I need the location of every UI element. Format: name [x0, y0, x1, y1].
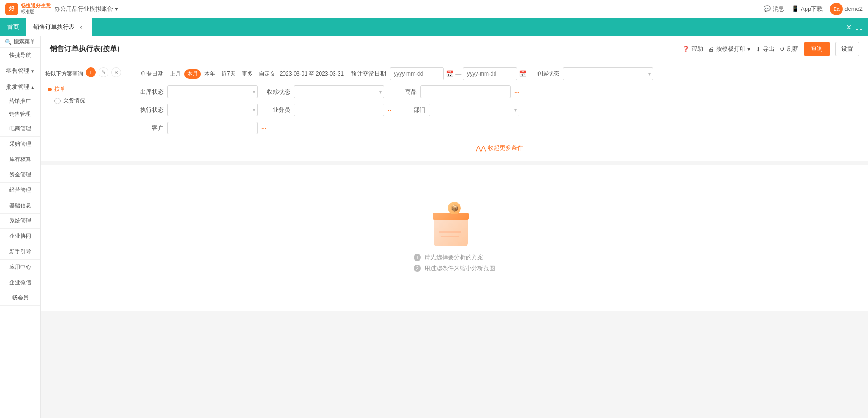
scheme-collapse-btn[interactable]: «	[111, 67, 121, 77]
sidebar-item-corp[interactable]: 企业协同	[0, 229, 40, 244]
outbound-select-wrap: ▾	[167, 86, 258, 98]
date-sep: —	[455, 71, 461, 77]
app-download-btn[interactable]: 📱 App下载	[792, 5, 823, 13]
sidebar-item-sys[interactable]: 系统管理	[0, 214, 40, 228]
help-icon: ❓	[682, 46, 689, 52]
page-actions: ❓ 帮助 🖨 按模板打印 ▾ ⬇ 导出 ↺ 刷新 查询 设置	[682, 42, 859, 56]
add-icon: +	[89, 69, 92, 76]
salesman-more-btn[interactable]: ···	[388, 107, 393, 114]
filter-right: 单据日期 上月 本月 本年 近7天 更多 自定义	[131, 62, 868, 161]
message-btn[interactable]: 💬 消息	[764, 5, 784, 13]
sidebar-item-ecom[interactable]: 电商管理	[0, 121, 40, 136]
window-close-btn[interactable]: ✕	[846, 23, 852, 32]
empty-tip-1: 1 请先选择要分析的方案	[414, 253, 495, 261]
tab-close-icon[interactable]: ×	[77, 24, 85, 31]
empty-num-2: 2	[414, 265, 421, 272]
date-tab-custom[interactable]: 自定义	[256, 69, 278, 79]
sidebar-item-purchase[interactable]: 采购管理	[0, 137, 40, 152]
cal-icon-from[interactable]: 📅	[446, 70, 453, 77]
sidebar-item-basic[interactable]: 基础信息	[0, 198, 40, 213]
search-label: 搜索菜单	[14, 38, 35, 46]
product-field: 商品 ···	[392, 86, 519, 98]
message-icon: 💬	[764, 5, 771, 12]
receipt-select[interactable]	[294, 86, 384, 98]
sidebar-sub-sales[interactable]: 销售管理	[0, 108, 40, 121]
outbound-label: 出库状态	[138, 88, 164, 96]
date-label: 单据日期	[138, 70, 164, 78]
sidebar-item-finance[interactable]: 资金管理	[0, 167, 40, 182]
scheme-add-btn[interactable]: +	[86, 67, 96, 77]
salesman-input[interactable]	[294, 104, 384, 116]
download-icon: 📱	[792, 5, 799, 12]
tab-home-label: 首页	[7, 23, 19, 31]
date-group: 上月 本月 本年 近7天 更多 自定义 2023-03-01 至 2023-03…	[167, 69, 344, 79]
collapse-icon: «	[115, 69, 118, 76]
exec-status-select[interactable]	[167, 104, 258, 116]
empty-tip-2: 2 用过滤条件来缩小分析范围	[414, 264, 495, 272]
salesman-field: 业务员 ···	[265, 104, 393, 116]
export-label: 导出	[763, 45, 774, 53]
product-input[interactable]	[420, 86, 511, 98]
sidebar-item-corpwechat[interactable]: 企业微信	[0, 275, 40, 290]
sidebar-item-biz[interactable]: 经营管理	[0, 183, 40, 198]
sidebar-quicknav-section: 快捷导航	[0, 48, 40, 63]
sidebar-item-wholesale[interactable]: 批发管理 ▴	[0, 79, 40, 95]
exec-status-label: 执行状态	[138, 106, 164, 114]
tab-sales-exec-label: 销售订单执行表	[33, 23, 75, 31]
setting-btn[interactable]: 设置	[835, 42, 859, 56]
user-menu[interactable]: Ea demo2	[830, 3, 863, 15]
outbound-field: 出库状态 ▾	[138, 86, 258, 98]
sidebar-item-quicknav[interactable]: 快捷导航	[0, 48, 40, 63]
cal-icon-to[interactable]: 📅	[519, 70, 527, 77]
sidebar-item-newbie[interactable]: 新手引导	[0, 244, 40, 259]
date-tab-this-year[interactable]: 本年	[202, 69, 218, 79]
collapse-up-icon: ⋀⋀	[476, 145, 486, 152]
sidebar-search-btn[interactable]: 🔍 搜索菜单	[0, 36, 40, 48]
sidebar-purchase-section: 采购管理	[0, 137, 40, 152]
scheme-title-text: 按以下方案查询	[45, 70, 83, 78]
app-selector-chevron: ▾	[115, 5, 118, 12]
filter-row-4: 客户 ···	[138, 122, 861, 134]
top-bar-right: 💬 消息 📱 App下载 Ea demo2	[764, 3, 863, 15]
date-tab-more[interactable]: 更多	[239, 69, 255, 79]
print-btn[interactable]: 🖨 按模板打印 ▾	[708, 45, 750, 53]
app-selector[interactable]: 办公用品行业模拟账套 ▾	[54, 5, 118, 13]
outbound-select[interactable]	[167, 86, 258, 98]
sidebar-sub-marketing[interactable]: 营销推广	[0, 95, 40, 108]
sidebar-ecom-section: 电商管理	[0, 121, 40, 137]
date-tab-this-month[interactable]: 本月	[184, 69, 201, 79]
sidebar-item-retail[interactable]: 零售管理 ▾	[0, 63, 40, 79]
date-tab-7days[interactable]: 近7天	[219, 69, 238, 79]
collapse-btn[interactable]: ⋀⋀ 收起更多条件	[476, 144, 523, 152]
filter-row-1: 单据日期 上月 本月 本年 近7天 更多 自定义	[138, 67, 861, 80]
scheme-sub-item[interactable]: 欠货情况	[45, 95, 126, 106]
member-label: 畅会员	[12, 294, 28, 302]
status-select[interactable]	[563, 67, 653, 80]
scheme-item-main[interactable]: 按单	[45, 84, 126, 95]
expected-date-to[interactable]	[463, 67, 517, 80]
scheme-sub-name: 欠货情况	[63, 97, 85, 104]
expected-date-from[interactable]	[390, 67, 444, 80]
customer-more-btn[interactable]: ···	[261, 125, 266, 132]
window-maximize-btn[interactable]: ⛶	[855, 23, 863, 31]
sidebar-item-appcenter[interactable]: 应用中心	[0, 260, 40, 275]
sidebar-item-inventory[interactable]: 库存核算	[0, 152, 40, 167]
refresh-btn[interactable]: ↺ 刷新	[780, 45, 798, 53]
tab-home[interactable]: 首页	[0, 18, 26, 36]
dept-select[interactable]	[429, 104, 519, 116]
sidebar-sys-section: 系统管理	[0, 214, 40, 229]
tab-sales-exec[interactable]: 销售订单执行表 ×	[26, 18, 92, 36]
product-more-btn[interactable]: ···	[514, 89, 519, 95]
customer-label: 客户	[138, 124, 164, 132]
filter-panel: 按以下方案查询 + ✎ «	[41, 62, 868, 161]
filter-left: 按以下方案查询 + ✎ «	[41, 62, 131, 161]
sidebar-item-member[interactable]: 畅会员	[0, 290, 40, 305]
customer-input[interactable]	[167, 122, 258, 134]
scheme-edit-btn[interactable]: ✎	[99, 67, 108, 77]
sys-label: 系统管理	[9, 217, 31, 225]
help-btn[interactable]: ❓ 帮助	[682, 45, 703, 53]
query-btn[interactable]: 查询	[804, 42, 830, 56]
date-tab-prev-month[interactable]: 上月	[167, 69, 184, 79]
export-btn[interactable]: ⬇ 导出	[756, 45, 774, 53]
dept-select-wrap: ▾	[429, 104, 519, 116]
